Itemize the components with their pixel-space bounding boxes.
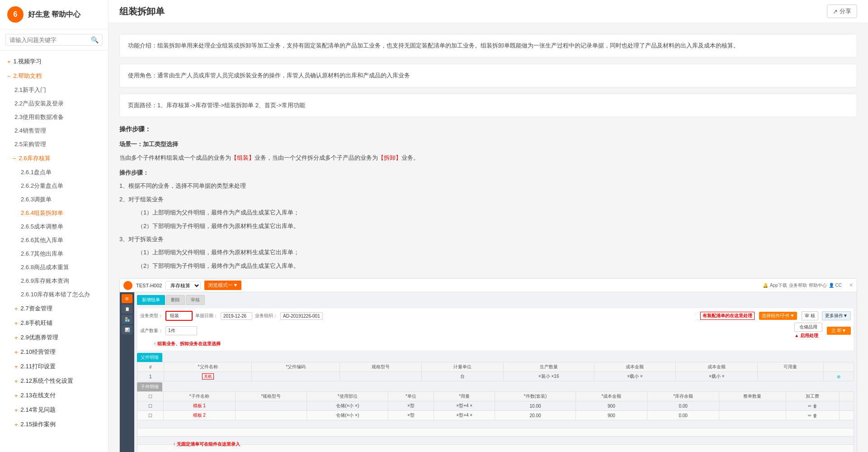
nav-item-2-9[interactable]: + 2.9优惠券管理 <box>0 330 108 345</box>
expand-icon-video: + <box>7 58 11 65</box>
mock-c-td-name1: 模板 1 <box>163 401 235 411</box>
mock-topbar: TEST-H002 库存核算 浏览模式一▼ 🔔 App下载 业务帮助 帮助中心 … <box>120 279 857 292</box>
mock-tabs: 新增组单 删除 审核 <box>137 295 854 305</box>
nav-item-2-6-2[interactable]: 2.6.2分量盘点单 <box>0 179 108 193</box>
share-button[interactable]: ↗ 分享 <box>827 5 857 18</box>
mock-close-icon[interactable]: ✕ <box>849 282 853 288</box>
mock-icon-group: 🔔 App下载 业务帮助 帮助中心 👤 CC <box>763 282 842 289</box>
mock-quantity-value[interactable]: 1件 <box>165 326 197 335</box>
mock-nav-dropdown[interactable]: 库存核算 <box>165 281 201 290</box>
expand-icon-2-11: + <box>14 363 18 370</box>
nav-item-2-6-7[interactable]: 2.6.7其他出库单 <box>0 247 108 261</box>
nav-item-2-6-8[interactable]: 2.6.8商品成本重算 <box>0 261 108 274</box>
mock-sidebar-store[interactable]: 🏪 <box>122 315 132 324</box>
mock-c-edit-icon2[interactable]: ✏ <box>808 413 811 418</box>
mock-td-seq1: 1 <box>137 372 164 381</box>
operation-steps-label: 操作步骤： <box>119 125 857 133</box>
mock-c-td-batch2: 0.00 <box>647 411 719 420</box>
nav-item-2-7[interactable]: + 2.7资金管理 <box>0 301 108 316</box>
mock-c-td-code1 <box>235 401 307 411</box>
mock-tab-audit[interactable]: 审核 <box>186 295 205 305</box>
mock-parent-row-1: 1 关机 台 ×装小 ×16 ×载小 × ×载小 × <box>137 372 854 381</box>
mock-c-td-op1: ✏ 🗑 <box>786 401 840 411</box>
nav-tree: + 1.视频学习 − 2.帮助文档 2.1新手入门 2.2产品安装及登录 2.3… <box>0 51 108 452</box>
nav-sub-2-6: 2.6.1盘点单 2.6.2分量盘点单 2.6.3调拨单 2.6.4组装拆卸单 … <box>0 166 108 301</box>
mock-child-row-1: ☐ 模板 1 仓储(×小 ×) ×型 ×型+4 × 10.00 900 0.0 <box>137 401 854 411</box>
search-input[interactable] <box>9 37 91 43</box>
mock-sidebar-chart[interactable]: 📊 <box>122 325 132 334</box>
mock-more-btn[interactable]: 更多操作▼ <box>822 311 851 320</box>
step-3-2: （2）下部明细为子件明细，最终作为产成品生成某它入库单。 <box>119 261 857 271</box>
mock-td-name1: 关机 <box>164 372 252 381</box>
mock-c-td-qty1: 10.00 <box>495 401 576 411</box>
mock-c-del-icon2[interactable]: 🗑 <box>813 413 817 418</box>
mock-c-td-cost2: 900 <box>576 411 647 420</box>
mock-child-header: 子件明细 <box>137 382 162 391</box>
search-icon[interactable]: 🔍 <box>91 36 99 43</box>
nav-item-2-12[interactable]: + 2.12系统个性化设置 <box>0 374 108 388</box>
mock-c-td-name2: 模板 2 <box>163 411 235 420</box>
mock-browse-btn[interactable]: 浏览模式一▼ <box>204 281 241 290</box>
nav-item-2-6-10[interactable]: 2.6.10库存账本错了怎么办 <box>0 288 108 301</box>
expand-icon-2-15: + <box>14 421 18 428</box>
mock-c-td-avail2 <box>719 411 786 420</box>
sidebar: 6 好生意 帮助中心 🔍 + 1.视频学习 − 2.帮助文档 2.1新手入门 2… <box>0 0 108 452</box>
nav-item-2-6-5[interactable]: 2.6.5成本调整单 <box>0 220 108 233</box>
mock-tab-new[interactable]: 新增组单 <box>137 295 165 305</box>
mock-c-edit-icon1[interactable]: ✏ <box>808 404 811 409</box>
mock-left-sidebar: ⊞ 📋 🏪 📊 <box>120 292 134 452</box>
nav-item-docs[interactable]: − 2.帮助文档 <box>0 69 108 83</box>
nav-item-2-6[interactable]: − 2.6库存核算 <box>0 151 108 166</box>
mock-sidebar-order[interactable]: 📋 <box>122 305 132 314</box>
main-content: 组装拆卸单 ↗ 分享 功能介绍：组装拆卸单用来处理企业组装或拆卸等加工业务，支持… <box>108 0 868 452</box>
nav-item-2-6-4[interactable]: 2.6.4组装拆卸单 <box>0 206 108 220</box>
nav-item-2-5[interactable]: 2.5采购管理 <box>0 138 108 151</box>
mock-select-btn[interactable]: 选择组件/子件▼ <box>759 312 797 320</box>
info-block-path: 页面路径：1、库存核算->库存管理->组装拆卸单 2、首页->常用功能 <box>119 94 857 117</box>
nav-item-2-11[interactable]: + 2.11打印设置 <box>0 359 108 374</box>
mock-empty-row3 <box>137 420 854 428</box>
mock-item-input[interactable]: 关机 <box>202 373 214 380</box>
mock-th-qty: 生产数量 <box>503 362 594 372</box>
nav-item-2-13[interactable]: + 2.13在线支付 <box>0 388 108 403</box>
mock-c-td-sel1: ☐ <box>137 401 164 411</box>
expand-icon-2-13: + <box>14 392 18 399</box>
mock-upper-section: 父件明细 # *父件名称 *父件编码 规格型号 计量单位 <box>137 353 854 381</box>
mock-avatar: 👤 CC <box>829 283 842 288</box>
mock-company: TEST-H002 <box>136 283 162 288</box>
mock-confirm-btn[interactable]: 审 核 <box>802 311 818 320</box>
nav-item-2-1[interactable]: 2.1新手入门 <box>0 83 108 97</box>
nav-item-2-14[interactable]: + 2.14常见问题 <box>0 403 108 417</box>
mock-td-code1 <box>252 372 340 381</box>
mock-c-td-op2: ✏ 🗑 <box>786 411 840 420</box>
mock-c-th-name: *子件名称 <box>163 392 235 401</box>
mock-c-td-spec1: 仓储(×小 ×) <box>307 401 388 411</box>
nav-item-2-10[interactable]: + 2.10经营管理 <box>0 345 108 359</box>
mock-type-value[interactable]: 组装 <box>165 311 193 321</box>
mock-th-op <box>823 362 854 372</box>
mock-th-avail: 可用量 <box>758 362 823 372</box>
mock-c-del-icon1[interactable]: 🗑 <box>813 404 817 409</box>
nav-item-2-6-6[interactable]: 2.6.6其他入库单 <box>0 233 108 247</box>
mock-enable-input[interactable]: 仓储品用 <box>794 323 822 332</box>
nav-item-video[interactable]: + 1.视频学习 <box>0 54 108 69</box>
mock-row-expand-icon[interactable]: ⊕ <box>837 374 840 379</box>
mock-tab-delete[interactable]: 删除 <box>166 295 185 305</box>
share-icon: ↗ <box>833 8 838 15</box>
nav-item-2-8[interactable]: + 2.8手机旺铺 <box>0 316 108 330</box>
nav-item-2-6-3[interactable]: 2.6.3调拨单 <box>0 193 108 206</box>
mock-c-td-cost1: 900 <box>576 401 647 411</box>
nav-item-2-6-1[interactable]: 2.6.1盘点单 <box>0 166 108 179</box>
nav-item-2-3[interactable]: 2.3使用前数据准备 <box>0 110 108 124</box>
mock-child-row-5 <box>137 437 854 445</box>
nav-item-2-6-9[interactable]: 2.6.9库存账本查询 <box>0 274 108 288</box>
logo-area: 6 好生意 帮助中心 <box>0 0 108 29</box>
mock-child-row-6 <box>137 445 854 452</box>
mock-sidebar-home[interactable]: ⊞ <box>122 294 132 303</box>
nav-item-2-4[interactable]: 2.4销售管理 <box>0 124 108 138</box>
step-1: 1、根据不同的业务，选择不同单据的类型来处理 <box>119 181 857 191</box>
search-box: 🔍 <box>5 34 103 46</box>
nav-item-2-2[interactable]: 2.2产品安装及登录 <box>0 97 108 110</box>
mock-submit-btn[interactable]: 立 即▼ <box>827 327 851 335</box>
nav-item-2-15[interactable]: + 2.15操作案例 <box>0 417 108 432</box>
